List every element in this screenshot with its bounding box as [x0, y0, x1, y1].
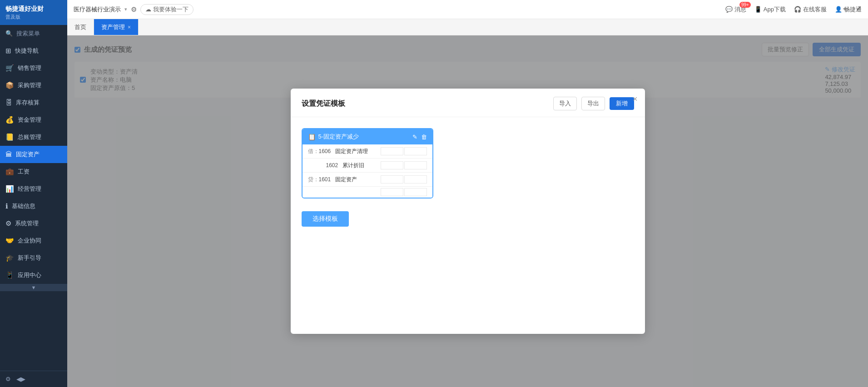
sidebar-search[interactable]: 🔍 搜索菜单: [0, 25, 67, 42]
modal-header-actions: 导入 导出 新增: [553, 97, 634, 110]
tabbar: 首页 资产管理 × — ⤢: [67, 19, 868, 35]
template-card-title: 5-固定资产减少: [318, 133, 410, 141]
main-content: 医疗器械行业演示 ▾ ⚙ ☁ 我要体验一下 💬 消息 99+ 📱 App下载 🎧…: [67, 0, 868, 387]
sidebar-item-label: 新手引导: [18, 254, 41, 262]
messages-item[interactable]: 💬 消息 99+: [725, 5, 746, 14]
entry-cols-4: [381, 188, 427, 196]
entry-col-2: [404, 147, 427, 155]
headset-icon: 🎧: [794, 6, 801, 13]
sidebar-item-label: 工资: [18, 168, 30, 176]
message-icon: 💬: [725, 6, 733, 13]
sidebar-item-basic-info[interactable]: ℹ 基础信息: [0, 198, 67, 215]
window-controls: — ⤢: [837, 0, 868, 16]
sidebar-item-system[interactable]: ⚙ 系统管理: [0, 215, 67, 232]
entry-code-1606: 1606: [319, 148, 335, 154]
empty-entry: [303, 187, 432, 198]
select-template-button[interactable]: 选择模板: [302, 211, 349, 227]
basic-info-icon: ℹ: [5, 202, 8, 210]
entry-code-1601: 1601: [319, 176, 335, 183]
tab-asset-management[interactable]: 资产管理 ×: [94, 19, 139, 35]
sales-icon: 🛒: [5, 64, 14, 72]
search-icon: 🔍: [5, 30, 13, 37]
tab-home-label: 首页: [74, 23, 86, 31]
entry-name-1606: 固定资产清理: [335, 148, 368, 155]
experience-button[interactable]: ☁ 我要体验一下: [140, 4, 193, 15]
guide-icon: 🎓: [5, 254, 14, 262]
sidebar-item-payroll[interactable]: 💼 工资: [0, 163, 67, 180]
entry-col-5: [381, 175, 403, 184]
sidebar-item-guide[interactable]: 🎓 新手引导: [0, 249, 67, 267]
sidebar-item-label: 快捷导航: [15, 47, 39, 55]
collapse-icon[interactable]: ◀▶: [16, 376, 25, 382]
modal-body: 📋 5-固定资产减少 ✎ 🗑 借： 1606: [291, 117, 645, 334]
entry-cols-2: [381, 161, 427, 169]
customer-service-item[interactable]: 🎧 在线客服: [794, 5, 827, 14]
sidebar-scroll-down[interactable]: ▼: [0, 284, 67, 291]
debit-entry-2: 1602 累计折旧: [303, 159, 432, 173]
system-icon: ⚙: [5, 219, 11, 228]
new-button[interactable]: 新增: [610, 97, 634, 110]
topbar-left: 医疗器械行业演示 ▾ ⚙ ☁ 我要体验一下: [74, 4, 725, 15]
template-card: 📋 5-固定资产减少 ✎ 🗑 借： 1606: [302, 128, 433, 198]
modal-dialog: 设置凭证模板 导入 导出 新增 × 📋 5-固定资产减少: [291, 89, 645, 334]
sidebar-item-label: 企业协同: [18, 237, 41, 245]
sidebar-item-label: 销售管理: [18, 64, 41, 72]
tab-close-icon[interactable]: ×: [128, 24, 131, 30]
sidebar-item-sales[interactable]: 🛒 销售管理: [0, 60, 67, 77]
debit-entry-1: 借： 1606 固定资产清理: [303, 144, 432, 159]
template-delete-icon[interactable]: 🗑: [421, 134, 427, 140]
modal-close-button[interactable]: ×: [633, 95, 638, 103]
company-chevron-icon[interactable]: ▾: [124, 6, 127, 12]
experience-label: 我要体验一下: [153, 5, 188, 14]
entry-credit-label: 贷：: [308, 176, 319, 184]
sidebar-item-enterprise[interactable]: 🤝 企业协同: [0, 232, 67, 249]
enterprise-icon: 🤝: [5, 237, 14, 245]
sidebar-item-purchase[interactable]: 📦 采购管理: [0, 77, 67, 94]
template-edit-icon[interactable]: ✎: [412, 134, 417, 140]
modal-header: 设置凭证模板 导入 导出 新增 ×: [291, 89, 645, 117]
topbar: 医疗器械行业演示 ▾ ⚙ ☁ 我要体验一下 💬 消息 99+ 📱 App下载 🎧…: [67, 0, 868, 19]
export-button[interactable]: 导出: [581, 97, 605, 110]
sidebar: 畅捷通好业财 普及版 🔍 搜索菜单 ⊞ 快捷导航 🛒 销售管理 📦 采购管理 🗄…: [0, 0, 67, 387]
sidebar-item-app-center[interactable]: 📱 应用中心: [0, 267, 67, 284]
sidebar-item-label: 基础信息: [12, 202, 35, 210]
sidebar-item-operations[interactable]: 📊 经营管理: [0, 180, 67, 198]
sidebar-item-ledger[interactable]: 📒 总账管理: [0, 129, 67, 146]
import-button[interactable]: 导入: [553, 97, 577, 110]
modal-title: 设置凭证模板: [302, 99, 345, 109]
sidebar-item-quick-nav[interactable]: ⊞ 快捷导航: [0, 42, 67, 60]
app-download-label: App下载: [764, 5, 786, 14]
sidebar-item-funds[interactable]: 💰 资金管理: [0, 111, 67, 129]
app-download-item[interactable]: 📱 App下载: [754, 5, 786, 14]
page-content: 生成的凭证预览 批量预览修正 全部生成凭证 变动类型：资产清 资产名称：电脑 固…: [67, 35, 868, 387]
template-card-header: 📋 5-固定资产减少 ✎ 🗑: [303, 129, 432, 144]
entry-col-1: [381, 147, 403, 155]
logo-sub: 普及版: [5, 14, 62, 20]
purchase-icon: 📦: [5, 81, 14, 89]
quick-nav-icon: ⊞: [5, 47, 11, 55]
fixed-assets-icon: 🏛: [5, 150, 12, 158]
entry-name-1601: 固定资产: [335, 176, 357, 184]
entry-col-4: [404, 161, 427, 169]
messages-badge: 99+: [739, 2, 751, 8]
payroll-icon: 💼: [5, 168, 14, 176]
tab-home[interactable]: 首页: [67, 19, 94, 35]
settings-icon[interactable]: ⚙: [5, 376, 11, 382]
settings-gear-icon[interactable]: ⚙: [131, 5, 137, 14]
modal-overlay: 设置凭证模板 导入 导出 新增 × 📋 5-固定资产减少: [67, 35, 868, 387]
sidebar-item-fixed-assets[interactable]: 🏛 固定资产: [0, 146, 67, 163]
entry-code-1602: 1602: [326, 162, 342, 169]
entry-col-7: [381, 188, 403, 196]
logo-title: 畅捷通好业财: [5, 5, 62, 14]
ledger-icon: 📒: [5, 133, 14, 141]
minimize-button[interactable]: —: [841, 3, 852, 14]
sidebar-item-label: 应用中心: [18, 271, 41, 279]
sidebar-item-label: 库存核算: [16, 99, 40, 107]
phone-icon: 📱: [754, 6, 762, 13]
sidebar-item-label: 经营管理: [18, 185, 41, 193]
sidebar-item-label: 固定资产: [16, 150, 40, 159]
maximize-button[interactable]: ⤢: [853, 3, 864, 14]
template-card-icon: 📋: [308, 133, 316, 140]
sidebar-item-inventory[interactable]: 🗄 库存核算: [0, 94, 67, 111]
sidebar-item-label: 资金管理: [18, 116, 41, 124]
